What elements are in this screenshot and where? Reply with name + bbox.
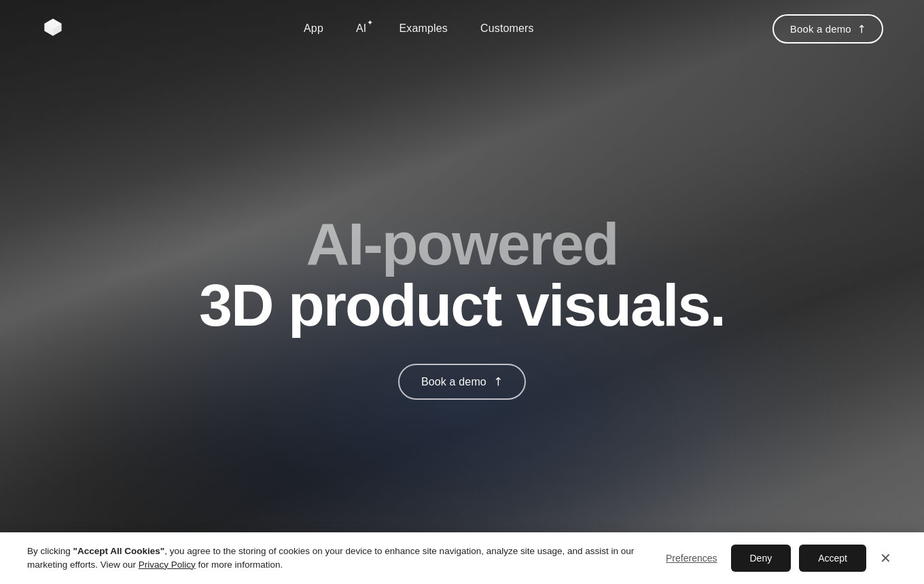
cookie-suffix-text: for more information. <box>196 560 283 570</box>
nav-item-ai[interactable]: AI ✦ <box>356 22 366 35</box>
nav-book-demo-button[interactable]: Book a demo ↗ <box>772 14 883 44</box>
nav-link-examples[interactable]: Examples <box>399 22 448 34</box>
external-link-icon: ↗ <box>853 21 869 37</box>
nav-item-customers[interactable]: Customers <box>480 22 534 35</box>
navbar: App AI ✦ Examples Customers Book a demo … <box>0 0 924 57</box>
cookie-prefix: By clicking <box>27 546 73 556</box>
cookie-bold-text: "Accept All Cookies" <box>73 546 165 556</box>
nav-link-customers[interactable]: Customers <box>480 22 534 34</box>
nav-link-ai[interactable]: AI ✦ <box>356 22 366 35</box>
close-icon: ✕ <box>880 551 891 566</box>
logo-icon <box>41 16 65 41</box>
cookie-text: By clicking "Accept All Cookies", you ag… <box>27 545 647 572</box>
nav-links: App AI ✦ Examples Customers <box>304 22 534 35</box>
hero-cta-label: Book a demo <box>421 376 486 388</box>
nav-link-app[interactable]: App <box>304 22 323 34</box>
hero-content: AI-powered 3D product visuals. Book a de… <box>0 57 924 584</box>
hero-headline-line1: AI-powered <box>306 214 618 274</box>
nav-item-app[interactable]: App <box>304 22 323 35</box>
cookie-close-button[interactable]: ✕ <box>874 549 897 568</box>
hero-cta-button[interactable]: Book a demo ↗ <box>398 364 526 400</box>
nav-item-examples[interactable]: Examples <box>399 22 448 35</box>
cookie-privacy-link[interactable]: Privacy Policy <box>139 560 196 570</box>
cookie-deny-button[interactable]: Deny <box>731 545 792 572</box>
cookie-preferences-button[interactable]: Preferences <box>660 553 722 564</box>
nav-book-demo-label: Book a demo <box>790 23 851 35</box>
hero-section: App AI ✦ Examples Customers Book a demo … <box>0 0 924 584</box>
cookie-banner: By clicking "Accept All Cookies", you ag… <box>0 532 924 585</box>
logo[interactable] <box>41 16 65 41</box>
hero-headline-line2: 3D product visuals. <box>199 274 725 337</box>
cookie-accept-button[interactable]: Accept <box>799 545 866 572</box>
ai-plus-badge: ✦ <box>367 18 373 27</box>
cookie-actions: Preferences Deny Accept ✕ <box>660 545 897 572</box>
hero-cta-arrow-icon: ↗ <box>490 373 507 390</box>
